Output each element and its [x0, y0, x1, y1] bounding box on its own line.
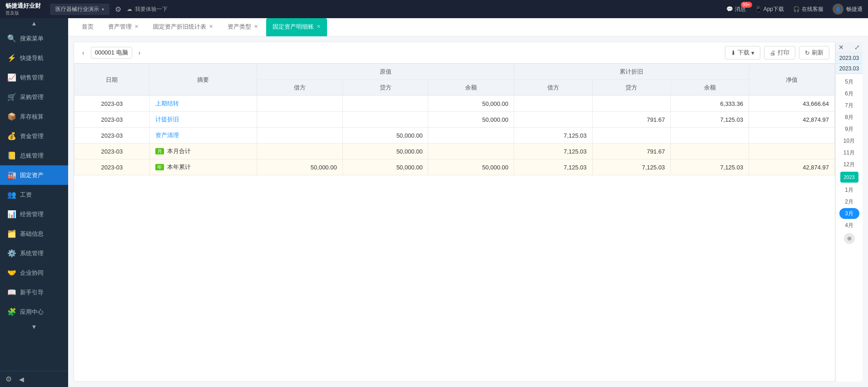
month-7[interactable]: 7月 — [839, 100, 859, 111]
tab-bar: 首页 资产管理 ✕ 固定资产折旧统计表 ✕ 资产类型 ✕ 固定资产明细账 ✕ — [68, 18, 868, 36]
table-row: 2023-03 上期结转 50,000.00 6,333.36 43,666.6… — [74, 96, 835, 112]
sidebar-item-inventory[interactable]: 📦 库存核算 — [0, 107, 68, 126]
sidebar-settings-btn[interactable]: ⚙ — [5, 375, 12, 383]
sidebar-scroll-up[interactable]: ▲ — [0, 18, 68, 29]
company-name: 医疗器械行业演示 — [55, 5, 99, 13]
col-orig-debit: 借方 — [257, 80, 342, 96]
apps-icon: 🧩 — [7, 308, 16, 316]
cell-orig-debit: 50,000.00 — [257, 159, 342, 175]
month-2[interactable]: 2月 — [839, 196, 859, 207]
tab-depreciation-stats[interactable]: 固定资产折旧统计表 ✕ — [147, 18, 219, 36]
sidebar-item-finance[interactable]: 💰 资金管理 — [0, 126, 68, 146]
month-9[interactable]: 9月 — [839, 124, 859, 134]
cell-date: 2023-03 — [74, 128, 150, 144]
print-btn[interactable]: 🖨 打印 — [764, 46, 795, 60]
tab-close-asset-type[interactable]: ✕ — [254, 24, 258, 30]
users-icon: 👥 — [7, 190, 16, 199]
sidebar-item-fixed-assets[interactable]: 🏭 固定资产 — [0, 165, 68, 185]
tab-close-depreciation-stats[interactable]: ✕ — [209, 24, 213, 30]
sidebar-scroll-down[interactable]: ▼ — [0, 322, 68, 332]
box-icon: 📦 — [7, 112, 16, 121]
download-icon: 📱 — [755, 6, 762, 12]
settings-icon[interactable]: ⚙ — [115, 5, 121, 14]
right-panel: ✕ ⤢ 2023.03 2023.03 5月 6月 7月 8月 9月 10月 1… — [835, 42, 863, 382]
cell-accum-debit: 7,125.03 — [514, 128, 592, 144]
cell-date: 2023-03 — [74, 96, 150, 112]
refresh-btn[interactable]: ↻ 刷新 — [799, 46, 829, 60]
tab-close-asset-mgmt[interactable]: ✕ — [134, 24, 139, 30]
sidebar-item-basic-info[interactable]: 🗂️ 基础信息 — [0, 224, 68, 243]
col-accumulated-depreciation: 累计折旧 — [514, 64, 749, 80]
sidebar-item-system[interactable]: ⚙️ 系统管理 — [0, 243, 68, 263]
cell-date: 2023-03 — [74, 159, 150, 175]
sidebar-item-apps[interactable]: 🧩 应用中心 — [0, 302, 68, 322]
sidebar-item-quicknav[interactable]: ⚡ 快捷导航 — [0, 48, 68, 68]
panel-expand-btn[interactable]: ⤢ — [854, 44, 860, 51]
month-12[interactable]: 12月 — [839, 159, 859, 170]
cell-summary[interactable]: 上期结转 — [149, 96, 257, 112]
experience-btn[interactable]: ☁ 我要体验一下 — [127, 5, 168, 13]
cell-orig-balance — [428, 144, 514, 159]
month-1[interactable]: 1月 — [839, 184, 859, 195]
printer-icon: 🖨 — [770, 50, 776, 56]
gear-icon: ⚙️ — [7, 249, 16, 258]
month-11[interactable]: 11月 — [839, 147, 859, 158]
cell-summary[interactable]: 计提折旧 — [149, 112, 257, 128]
sidebar-item-search[interactable]: 🔍 搜索菜单 — [0, 29, 68, 48]
cell-net-value: 42,874.97 — [749, 159, 835, 175]
download-icon: ⬇ — [731, 50, 736, 56]
cell-summary[interactable]: 资产清理 — [149, 128, 257, 144]
month-5[interactable]: 5月 — [839, 76, 859, 87]
ledger-icon: 📒 — [7, 151, 16, 160]
online-service-btn[interactable]: 🎧 在线客服 — [793, 5, 823, 13]
cell-orig-credit: 50,000.00 — [342, 144, 428, 159]
sidebar-item-sales[interactable]: 📈 销售管理 — [0, 68, 68, 87]
month-8[interactable]: 8月 — [839, 112, 859, 123]
chart-icon: 📈 — [7, 73, 16, 82]
cell-orig-balance: 50,000.00 — [428, 96, 514, 112]
sidebar-item-salary[interactable]: 👥 工资 — [0, 185, 68, 204]
cell-accum-balance — [670, 128, 749, 144]
sidebar-item-guide[interactable]: 📖 新手引导 — [0, 283, 68, 302]
download-btn[interactable]: ⬇ 下载 ▾ — [725, 46, 760, 60]
col-net-value: 净值 — [749, 64, 835, 96]
sidebar-item-enterprise[interactable]: 🤝 企业协同 — [0, 263, 68, 283]
month-4[interactable]: 4月 — [839, 220, 859, 231]
month-6[interactable]: 6月 — [839, 88, 859, 99]
book-icon: 📖 — [7, 288, 16, 297]
col-accum-balance: 余额 — [670, 80, 749, 96]
tab-close-asset-detail[interactable]: ✕ — [317, 24, 321, 30]
cell-net-value — [749, 128, 835, 144]
tab-asset-detail[interactable]: 固定资产明细账 ✕ — [266, 18, 327, 36]
user-info[interactable]: 👤 畅捷通 — [833, 4, 863, 15]
cell-date: 2023-03 — [74, 112, 150, 128]
company-selector[interactable]: 医疗器械行业演示 ▾ — [50, 4, 109, 15]
cell-summary-month-total: 月 本月合计 — [149, 144, 257, 159]
month-3-active[interactable]: 3月 — [839, 208, 859, 219]
sidebar-item-operation[interactable]: 📊 经营管理 — [0, 204, 68, 224]
month-10[interactable]: 10月 — [839, 135, 859, 146]
tab-asset-type[interactable]: 资产类型 ✕ — [221, 18, 264, 36]
app-download-btn[interactable]: 📱 App下载 — [755, 5, 784, 13]
cell-orig-debit — [257, 144, 342, 159]
panel-close-btn[interactable]: ✕ — [838, 44, 844, 51]
col-orig-credit: 贷方 — [342, 80, 428, 96]
prev-asset-btn[interactable]: ‹ — [79, 48, 87, 57]
month-badge: 月 — [155, 148, 164, 154]
topbar-actions: 💬 消息 99+ 📱 App下载 🎧 在线客服 👤 畅捷通 — [726, 4, 863, 15]
sidebar-item-purchase[interactable]: 🛒 采购管理 — [0, 87, 68, 107]
sidebar-item-ledger[interactable]: 📒 总账管理 — [0, 146, 68, 165]
refresh-icon: ↻ — [805, 50, 810, 56]
lightning-icon: ⚡ — [7, 54, 16, 62]
year-2023-badge[interactable]: 2023 — [840, 172, 858, 183]
cell-accum-balance: 7,125.03 — [670, 112, 749, 128]
download-arrow: ▾ — [751, 50, 754, 56]
next-asset-btn[interactable]: › — [136, 48, 144, 57]
cell-accum-credit — [592, 128, 670, 144]
tab-asset-mgmt[interactable]: 资产管理 ✕ — [102, 18, 145, 36]
panel-expand-circle[interactable]: ⊕ — [844, 233, 855, 244]
tab-home[interactable]: 首页 — [75, 18, 100, 36]
sidebar-collapse-btn[interactable]: ◀ — [19, 376, 24, 383]
message-btn[interactable]: 💬 消息 99+ — [726, 5, 746, 13]
table-row-year-total: 2023-03 年 本年累计 50,000.00 50,000.00 50,00… — [74, 159, 835, 175]
